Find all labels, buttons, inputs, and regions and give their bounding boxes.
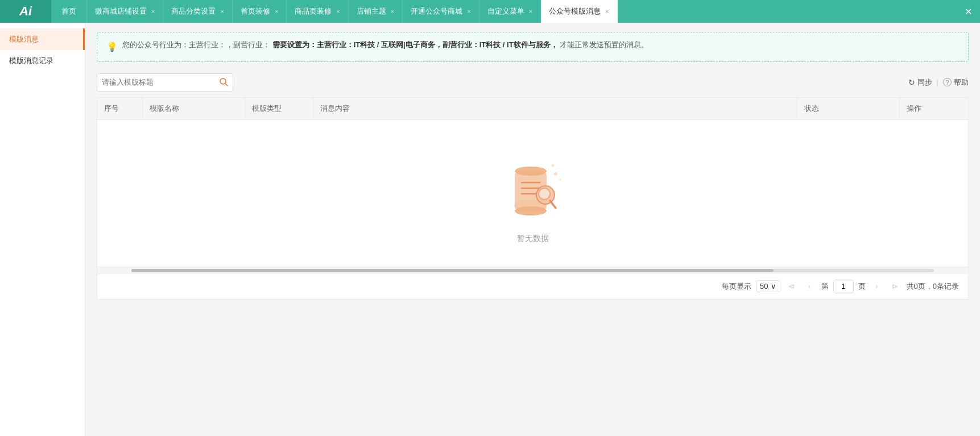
notice-prefix: 您的公众号行业为：主营行业：，副营行业： bbox=[122, 40, 270, 49]
search-input[interactable] bbox=[102, 78, 220, 86]
svg-point-14 bbox=[551, 164, 554, 167]
scrollbar-track bbox=[131, 269, 934, 272]
sync-icon: ↻ bbox=[908, 78, 915, 87]
prev-page-button[interactable]: ‹ bbox=[803, 280, 817, 293]
main-layout: 模版消息模版消息记录 💡 您的公众号行业为：主营行业：，副营行业： 需要设置为：… bbox=[0, 23, 980, 436]
col-type: 模版类型 bbox=[245, 98, 313, 119]
notice-suffix: 才能正常发送预置的消息。 bbox=[560, 40, 648, 49]
svg-point-4 bbox=[515, 167, 547, 176]
empty-icon-svg bbox=[499, 154, 567, 222]
sidebar-item-template-msg-log[interactable]: 模版消息记录 bbox=[0, 50, 85, 72]
close-tab-category-settings[interactable]: × bbox=[220, 9, 224, 15]
sync-label: 同步 bbox=[917, 77, 932, 88]
col-action: 操作 bbox=[900, 98, 968, 119]
total-text: 共0页，0条记录 bbox=[907, 281, 959, 292]
nav-tabs: 首页微商城店铺设置×商品分类设置×首页装修×商品页装修×店铺主题×开通公众号商城… bbox=[51, 0, 957, 23]
page-input[interactable] bbox=[833, 280, 854, 293]
nav-tab-home[interactable]: 首页 bbox=[51, 0, 87, 23]
svg-point-12 bbox=[554, 172, 557, 176]
first-page-button[interactable]: ⊲ bbox=[785, 280, 799, 293]
main-content: 💡 您的公众号行业为：主营行业：，副营行业： 需要设置为：主营行业：IT科技 /… bbox=[85, 23, 980, 436]
toolbar-right: ↻ 同步 | ? 帮助 bbox=[908, 77, 969, 88]
notice-box: 💡 您的公众号行业为：主营行业：，副营行业： 需要设置为：主营行业：IT科技 /… bbox=[97, 32, 969, 62]
scrollbar-thumb bbox=[131, 269, 774, 272]
empty-illustration bbox=[499, 154, 567, 222]
app-logo: Ai bbox=[0, 0, 51, 23]
nav-tab-template-msg[interactable]: 公众号模版消息× bbox=[541, 0, 617, 23]
help-icon: ? bbox=[943, 78, 952, 86]
col-name: 模版名称 bbox=[143, 98, 245, 119]
notice-icon: 💡 bbox=[106, 40, 118, 55]
search-button[interactable] bbox=[220, 78, 228, 86]
nav-tab-category-settings[interactable]: 商品分类设置× bbox=[163, 0, 232, 23]
close-tab-open-mall[interactable]: × bbox=[467, 9, 470, 15]
close-tab-store-settings[interactable]: × bbox=[151, 9, 155, 15]
close-all-tabs-button[interactable]: ✕ bbox=[957, 6, 980, 17]
page-size-label: 每页显示 bbox=[722, 281, 751, 292]
data-table: 序号 模版名称 模版类型 消息内容 状态 操作 bbox=[97, 97, 969, 300]
page-unit: 页 bbox=[858, 281, 866, 292]
nav-tab-custom-menu[interactable]: 自定义菜单× bbox=[479, 0, 541, 23]
col-status: 状态 bbox=[797, 98, 900, 119]
close-tab-custom-menu[interactable]: × bbox=[529, 9, 532, 15]
nav-tab-home-decor[interactable]: 首页装修× bbox=[233, 0, 287, 23]
chevron-down-icon: ∨ bbox=[771, 282, 776, 290]
svg-line-11 bbox=[550, 201, 556, 208]
next-page-button[interactable]: › bbox=[870, 280, 884, 293]
search-box bbox=[97, 73, 233, 92]
sidebar-item-template-msg[interactable]: 模版消息 bbox=[0, 28, 85, 50]
toolbar: ↻ 同步 | ? 帮助 bbox=[97, 73, 969, 92]
sidebar: 模版消息模版消息记录 bbox=[0, 23, 85, 436]
table-header: 序号 模版名称 模版类型 消息内容 状态 操作 bbox=[97, 98, 968, 120]
top-nav: Ai 首页微商城店铺设置×商品分类设置×首页装修×商品页装修×店铺主题×开通公众… bbox=[0, 0, 980, 23]
horizontal-scrollbar[interactable] bbox=[97, 267, 968, 273]
svg-point-5 bbox=[515, 206, 547, 215]
pagination: 每页显示 50 ∨ ⊲ ‹ 第 页 › ⊳ 共0页，0条记录 bbox=[97, 273, 968, 299]
col-content: 消息内容 bbox=[313, 98, 797, 119]
sync-button[interactable]: ↻ 同步 bbox=[908, 77, 932, 88]
nav-tab-store-theme[interactable]: 店铺主题× bbox=[349, 0, 403, 23]
help-button[interactable]: ? 帮助 bbox=[943, 77, 969, 88]
close-tab-store-theme[interactable]: × bbox=[391, 9, 394, 15]
notice-text: 您的公众号行业为：主营行业：，副营行业： 需要设置为：主营行业：IT科技 / 互… bbox=[122, 39, 648, 51]
divider: | bbox=[937, 78, 938, 86]
nav-tab-store-settings[interactable]: 微商城店铺设置× bbox=[87, 0, 163, 23]
svg-line-1 bbox=[225, 84, 228, 86]
empty-text: 暂无数据 bbox=[517, 234, 549, 244]
last-page-button[interactable]: ⊳ bbox=[888, 280, 902, 293]
close-tab-template-msg[interactable]: × bbox=[605, 9, 609, 15]
nav-tab-open-mall[interactable]: 开通公众号商城× bbox=[403, 0, 479, 23]
page-label: 第 bbox=[821, 281, 829, 292]
notice-highlight: 需要设置为：主营行业：IT科技 / 互联网|电子商务，副营行业：IT科技 / I… bbox=[272, 40, 558, 49]
page-size-select[interactable]: 50 ∨ bbox=[756, 280, 780, 292]
col-index: 序号 bbox=[97, 98, 143, 119]
help-label: 帮助 bbox=[954, 77, 969, 88]
svg-point-10 bbox=[539, 188, 550, 200]
svg-point-13 bbox=[559, 178, 561, 181]
close-tab-home-decor[interactable]: × bbox=[275, 9, 278, 15]
close-tab-product-decor[interactable]: × bbox=[336, 9, 340, 15]
page-size-value: 50 bbox=[760, 282, 768, 290]
empty-state: 暂无数据 bbox=[97, 120, 968, 267]
search-icon bbox=[220, 78, 228, 86]
nav-tab-product-decor[interactable]: 商品页装修× bbox=[287, 0, 348, 23]
